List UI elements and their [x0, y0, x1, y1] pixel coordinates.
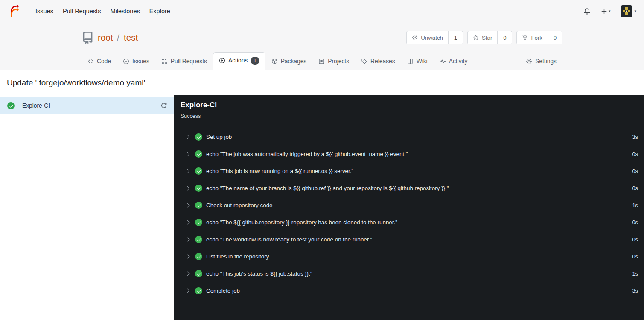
code-icon [87, 58, 94, 65]
step-row-echo-cloned[interactable]: echo "The ${{ github.repository }} repos… [174, 214, 644, 231]
top-navbar: Issues Pull Requests Milestones Explore … [0, 0, 644, 22]
create-new-button[interactable]: ▾ [601, 8, 611, 15]
watch-button-group: Unwatch 1 [406, 31, 463, 44]
check-circle-icon [7, 102, 15, 109]
step-duration: 1s [627, 202, 638, 208]
repo-actions: Unwatch 1 Star 0 [406, 31, 562, 44]
step-name: Set up job [206, 134, 232, 140]
step-row-echo-ready[interactable]: echo "The workflow is now ready to test … [174, 231, 644, 248]
tab-code[interactable]: Code [82, 53, 117, 70]
tab-issues[interactable]: Issues [117, 53, 155, 70]
settings-icon [526, 58, 532, 65]
step-row-setup[interactable]: Set up job 3s [174, 128, 644, 145]
step-name: echo "The job was automatically triggere… [206, 151, 408, 157]
chevron-right-icon [185, 185, 191, 191]
tag-icon [361, 58, 367, 65]
repo-name-link[interactable]: test [124, 32, 138, 43]
step-duration: 3s [627, 288, 638, 294]
forgejo-logo-icon [8, 5, 20, 18]
repo-owner-link[interactable]: root [98, 32, 113, 43]
tab-releases[interactable]: Releases [355, 53, 401, 70]
nav-item-pull-requests[interactable]: Pull Requests [58, 4, 105, 18]
nav-item-explore[interactable]: Explore [145, 4, 175, 18]
tab-projects[interactable]: Projects [312, 53, 355, 70]
fork-icon [522, 35, 528, 41]
step-name: echo "This job's status is ${{ job.statu… [206, 270, 312, 277]
stars-count[interactable]: 0 [498, 31, 512, 44]
tab-settings[interactable]: Settings [520, 53, 562, 70]
chevron-down-icon: ▾ [609, 9, 611, 13]
step-duration: 0s [627, 151, 638, 157]
steps-list: Set up job 3s echo "The job was automati… [174, 125, 644, 302]
play-icon [219, 57, 225, 64]
actions-count-badge: 1 [251, 57, 259, 65]
tab-actions[interactable]: Actions 1 [213, 52, 265, 70]
unwatch-label: Unwatch [421, 35, 443, 41]
plus-icon [601, 8, 607, 15]
step-duration: 1s [627, 270, 638, 277]
issue-opened-icon [123, 58, 129, 65]
fork-label: Fork [531, 35, 542, 41]
nav-item-issues[interactable]: Issues [31, 4, 58, 18]
step-row-echo-runner-os[interactable]: echo "This job is now running on a ${{ r… [174, 162, 644, 179]
check-circle-icon [195, 150, 202, 158]
star-label: Star [482, 35, 492, 41]
step-duration: 0s [627, 236, 638, 243]
watchers-count[interactable]: 1 [449, 31, 463, 44]
check-circle-icon [195, 236, 202, 243]
run-title-row: Update '.forgejo/workflows/demo.yaml' [0, 70, 644, 95]
log-job-status: Success [181, 113, 637, 119]
package-icon [271, 58, 278, 65]
check-circle-icon [195, 270, 202, 277]
fork-button-group: Fork 0 [516, 31, 562, 44]
log-job-title: Explore-CI [181, 101, 637, 109]
tab-wiki[interactable]: Wiki [401, 53, 434, 70]
tab-packages[interactable]: Packages [265, 53, 313, 70]
step-row-echo-status[interactable]: echo "This job's status is ${{ job.statu… [174, 265, 644, 282]
pulse-icon [440, 58, 446, 65]
tab-pull-requests[interactable]: Pull Requests [155, 53, 213, 70]
unwatch-button[interactable]: Unwatch [406, 31, 449, 44]
check-circle-icon [195, 219, 202, 226]
step-row-complete[interactable]: Complete job 3s [174, 282, 644, 299]
check-circle-icon [195, 202, 202, 209]
step-name: List files in the repository [206, 253, 269, 260]
tab-activity[interactable]: Activity [434, 53, 474, 70]
step-duration: 0s [627, 219, 638, 226]
repo-separator: / [117, 32, 119, 43]
chevron-right-icon [185, 151, 191, 157]
repo-header: root / test Unwatch [0, 22, 644, 70]
job-item-explore-ci[interactable]: Explore-CI [0, 97, 174, 114]
notifications-button[interactable] [583, 8, 591, 15]
step-name: echo "This job is now running on a ${{ r… [206, 168, 353, 174]
rerun-icon[interactable] [160, 102, 167, 109]
repo-tab-bar: Code Issues Pull Requests Actions 1 [82, 52, 562, 70]
forgejo-logo[interactable] [8, 5, 20, 18]
eye-slash-icon [412, 35, 418, 41]
forks-count[interactable]: 0 [548, 31, 562, 44]
log-header: Explore-CI Success [174, 95, 644, 125]
user-menu[interactable]: ▾ [621, 5, 636, 17]
step-row-list-files[interactable]: List files in the repository 0s [174, 248, 644, 265]
git-pull-request-icon [161, 58, 168, 65]
step-row-echo-event[interactable]: echo "The job was automatically triggere… [174, 145, 644, 162]
book-icon [407, 58, 414, 65]
repo-icon [82, 32, 94, 44]
star-icon [473, 35, 479, 41]
chevron-right-icon [185, 168, 191, 174]
step-name: echo "The ${{ github.repository }} repos… [206, 219, 397, 226]
bell-icon [583, 8, 591, 15]
star-button[interactable]: Star [467, 31, 498, 44]
job-log-panel: Explore-CI Success Set up job 3s echo "T… [174, 95, 644, 320]
step-name: echo "The name of your branch is ${{ git… [206, 185, 449, 191]
check-circle-icon [195, 167, 202, 175]
fork-button[interactable]: Fork [516, 31, 548, 44]
chevron-right-icon [185, 288, 191, 294]
chevron-right-icon [185, 271, 191, 276]
step-row-checkout[interactable]: Check out repository code 1s [174, 197, 644, 214]
check-circle-icon [195, 253, 202, 260]
step-row-echo-branch[interactable]: echo "The name of your branch is ${{ git… [174, 179, 644, 197]
run-title: Update '.forgejo/workflows/demo.yaml' [7, 78, 145, 88]
nav-item-milestones[interactable]: Milestones [105, 4, 144, 18]
step-duration: 3s [627, 134, 638, 140]
